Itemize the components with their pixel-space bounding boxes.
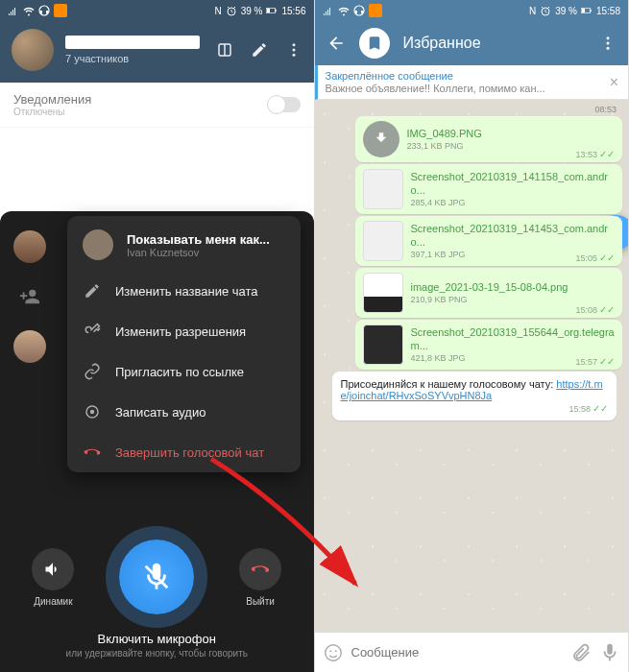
close-icon[interactable]: × xyxy=(610,74,618,91)
svg-point-28 xyxy=(334,650,336,652)
edit-icon[interactable] xyxy=(251,41,268,59)
more-icon[interactable] xyxy=(599,35,617,52)
status-bar: N 39 % 15:56 xyxy=(0,0,314,21)
message-file[interactable]: Screenshot_20210319_141453_com.andro... … xyxy=(355,216,623,266)
file-thumbnail xyxy=(363,169,403,209)
alarm-icon xyxy=(540,5,551,16)
group-avatar[interactable] xyxy=(12,29,54,71)
headphone-icon xyxy=(38,5,50,16)
svg-point-11 xyxy=(292,54,295,57)
message-time: 13:53 xyxy=(575,150,597,159)
pinned-message[interactable]: Закреплённое сообщение Важное объявление… xyxy=(315,65,629,100)
file-meta: 210,9 KB PNG xyxy=(411,295,616,304)
hangup-icon xyxy=(83,443,102,462)
app-badge-icon xyxy=(369,4,382,17)
chat-header: Избранное xyxy=(315,21,629,65)
saved-messages-avatar-icon[interactable] xyxy=(359,28,390,59)
menu-rename-chat[interactable]: Изменить название чата xyxy=(67,271,301,311)
file-thumbnail xyxy=(363,273,403,313)
svg-rect-2 xyxy=(46,11,48,13)
message-file[interactable]: Screenshot_20210319_155644_org.telegram.… xyxy=(355,320,623,370)
message-file[interactable]: Screenshot_20210319_141158_com.andro... … xyxy=(355,164,623,214)
menu-invite-link[interactable]: Пригласить по ссылке xyxy=(67,351,301,392)
chat-title[interactable]: Избранное xyxy=(403,35,587,52)
attach-icon[interactable] xyxy=(570,642,592,663)
read-ticks-icon: ✓✓ xyxy=(599,304,615,315)
message-file[interactable]: IMG_0489.PNG 233,1 KB PNG 13:53✓✓ xyxy=(355,116,623,162)
key-icon xyxy=(83,322,102,341)
mic-toggle-button[interactable] xyxy=(119,540,194,614)
message-time: 15:05 xyxy=(575,253,597,263)
menu-show-as-title: Показывать меня как... xyxy=(127,232,270,247)
leave-button[interactable] xyxy=(239,548,281,590)
menu-record-audio[interactable]: Записать аудио xyxy=(67,392,301,432)
layout-icon[interactable] xyxy=(216,41,233,59)
nfc-label: N xyxy=(529,6,536,16)
voice-chat-header: 7 участников xyxy=(0,21,314,83)
more-icon[interactable] xyxy=(285,41,302,59)
notifications-title: Уведомления xyxy=(13,92,91,107)
screen-voice-chat: N 39 % 15:56 7 участников Уведомления От… xyxy=(0,0,315,672)
mic-hint-sub: или удерживайте кнопку, чтобы говорить xyxy=(0,648,314,659)
file-thumbnail xyxy=(363,324,403,365)
add-participant-icon[interactable] xyxy=(13,286,46,307)
group-name-redacted xyxy=(65,36,200,49)
file-meta: 285,4 KB JPG xyxy=(411,198,616,207)
menu-permissions-label: Изменить разрешения xyxy=(115,324,246,339)
svg-point-26 xyxy=(325,644,341,660)
participant-avatar[interactable] xyxy=(13,230,46,263)
svg-rect-5 xyxy=(276,10,277,12)
menu-rename-label: Изменить название чата xyxy=(115,284,258,299)
message-input[interactable] xyxy=(351,645,564,660)
menu-invite-label: Пригласить по ссылке xyxy=(115,365,244,379)
svg-rect-20 xyxy=(590,10,591,12)
mic-icon[interactable] xyxy=(599,642,620,663)
battery-percent: 39 % xyxy=(241,6,263,16)
wifi-icon xyxy=(338,5,350,16)
svg-rect-16 xyxy=(355,11,357,13)
message-text[interactable]: Присоединяйся к нашему голосовому чату: … xyxy=(332,372,617,420)
link-icon xyxy=(83,362,102,381)
battery-percent: 39 % xyxy=(555,6,577,16)
alarm-icon xyxy=(226,5,237,16)
svg-point-24 xyxy=(607,47,610,50)
menu-show-as-sub: Ivan Kuznetsov xyxy=(127,247,270,258)
headphone-icon xyxy=(353,5,365,16)
file-name: Screenshot_20210319_141158_com.andro... xyxy=(411,171,616,196)
battery-icon xyxy=(581,5,593,16)
voice-chat-controls: Динамик Выйти xyxy=(0,540,314,614)
back-icon[interactable] xyxy=(327,34,346,53)
signal-icon xyxy=(8,5,19,16)
nfc-label: N xyxy=(214,6,221,16)
user-avatar-icon xyxy=(83,229,113,260)
read-ticks-icon: ✓✓ xyxy=(599,356,615,367)
notifications-subtitle: Отключены xyxy=(13,107,91,117)
emoji-icon[interactable] xyxy=(323,642,344,663)
app-badge-icon xyxy=(54,4,67,17)
menu-end-voice-chat[interactable]: Завершить голосовой чат xyxy=(67,432,301,472)
file-name: Screenshot_20210319_141453_com.andro... xyxy=(411,223,616,248)
svg-rect-21 xyxy=(582,9,585,12)
speaker-button[interactable] xyxy=(32,548,74,590)
leave-label: Выйти xyxy=(246,596,275,607)
message-time: 08:53 xyxy=(321,105,617,114)
message-file[interactable]: image_2021-03-19_15-08-04.png 210,9 KB P… xyxy=(355,268,623,318)
menu-show-me-as[interactable]: Показывать меня как... Ivan Kuznetsov xyxy=(67,216,301,271)
wifi-icon xyxy=(23,5,35,16)
svg-point-23 xyxy=(607,42,610,45)
participant-avatar[interactable] xyxy=(13,330,46,363)
svg-point-9 xyxy=(292,43,295,46)
file-thumbnail xyxy=(363,221,403,261)
notifications-switch[interactable] xyxy=(268,97,301,112)
download-icon[interactable] xyxy=(363,121,399,157)
read-ticks-icon: ✓✓ xyxy=(599,149,615,159)
notifications-toggle-row[interactable]: Уведомления Отключены xyxy=(0,83,314,128)
menu-permissions[interactable]: Изменить разрешения xyxy=(67,311,301,351)
menu-end-label: Завершить голосовой чат xyxy=(115,445,264,460)
messages-list[interactable]: 08:53 IMG_0489.PNG 233,1 KB PNG 13:53✓✓ … xyxy=(315,100,629,632)
svg-point-27 xyxy=(329,650,331,652)
mic-hint-main: Включить микрофон xyxy=(0,632,314,646)
speaker-label: Динамик xyxy=(34,596,72,607)
svg-rect-6 xyxy=(267,9,270,12)
file-name: image_2021-03-19_15-08-04.png xyxy=(411,281,616,294)
